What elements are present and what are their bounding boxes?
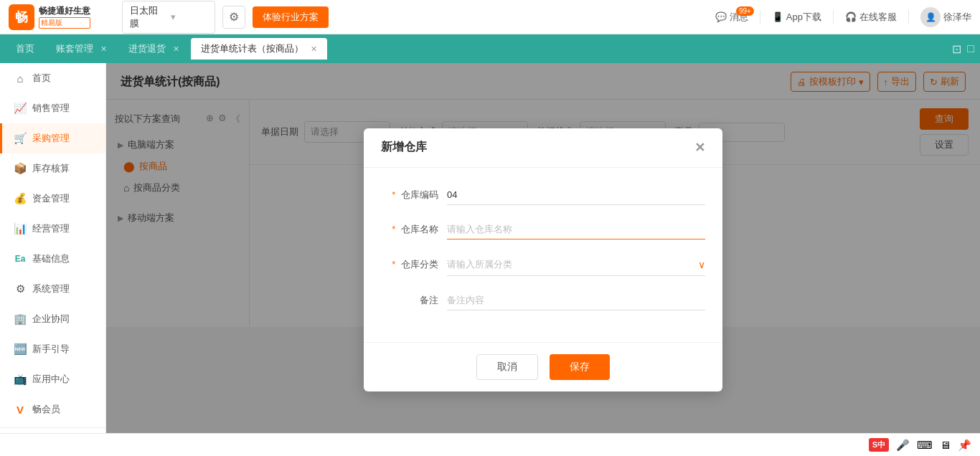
purchase-icon: 🛒	[14, 132, 27, 145]
modal-title: 新增仓库	[381, 140, 427, 155]
avatar: 👤	[920, 7, 941, 27]
phone-icon: 📱	[772, 11, 783, 22]
sidebar-item-sales[interactable]: 📈 销售管理	[0, 93, 105, 123]
message-button[interactable]: 💬 消息 99+	[715, 11, 748, 24]
status-bar-icons: S中 🎤 ⌨ 🖥 📌	[869, 438, 971, 452]
logo-icon: 畅	[9, 4, 34, 30]
tab-bar: 首页 账套管理 ✕ 进货退货 ✕ 进货单统计表（按商品） ✕ ⊡ □	[0, 34, 980, 63]
finance-icon: 💰	[14, 192, 27, 205]
tab-home[interactable]: 首页	[6, 38, 44, 60]
trial-button[interactable]: 体验行业方案	[253, 6, 329, 28]
modal-overlay: 新增仓库 ✕ * 仓库编码 *	[106, 63, 980, 456]
tab-close-purchase-stats[interactable]: ✕	[311, 44, 317, 54]
chevron-down-icon: ▾	[171, 11, 207, 22]
sidebar-item-appcenter[interactable]: 📺 应用中心	[0, 364, 105, 394]
basic-icon: Ea	[14, 252, 27, 265]
tab-purchase-stats[interactable]: 进货单统计表（按商品） ✕	[191, 38, 327, 60]
s-brand-icon: S中	[869, 438, 889, 452]
form-row-name: * 仓库名称	[381, 219, 705, 239]
cancel-button[interactable]: 取消	[476, 354, 538, 380]
operations-icon: 📊	[14, 222, 27, 235]
form-row-code: * 仓库编码	[381, 185, 705, 205]
warehouse-category-select[interactable]: 请输入所属分类 ∨	[447, 254, 705, 276]
account-tab-label: 账套管理	[56, 42, 93, 55]
sidebar-item-basic[interactable]: Ea 基础信息	[0, 244, 105, 274]
system-icon: ⚙	[14, 282, 27, 295]
store-selector[interactable]: 日太阳膜 ▾	[122, 1, 215, 34]
main-layout: ⌂ 首页 📈 销售管理 🛒 采购管理 📦 库存核算 💰 资金管理 📊 经营管理 …	[0, 63, 980, 456]
sidebar-item-vip[interactable]: V 畅会员	[0, 394, 105, 424]
sidebar-item-system[interactable]: ⚙ 系统管理	[0, 274, 105, 304]
keyboard-icon[interactable]: ⌨	[917, 439, 933, 452]
enterprise-icon: 🏢	[14, 313, 27, 326]
sales-icon: 📈	[14, 102, 27, 115]
status-bar: S中 🎤 ⌨ 🖥 📌	[0, 433, 980, 456]
header-right: 💬 消息 99+ 📱 App下载 🎧 在线客服 👤 徐泽华	[715, 7, 971, 27]
window-maximize-icon[interactable]: □	[967, 42, 974, 55]
add-warehouse-modal: 新增仓库 ✕ * 仓库编码 *	[364, 128, 722, 391]
online-service-button[interactable]: 🎧 在线客服	[845, 11, 897, 24]
user-profile-button[interactable]: 👤 徐泽华	[920, 7, 971, 27]
settings-button[interactable]: ⚙	[222, 6, 245, 29]
tab-close-purchase-return[interactable]: ✕	[173, 44, 179, 54]
sidebar-item-enterprise[interactable]: 🏢 企业协同	[0, 304, 105, 334]
sidebar: ⌂ 首页 📈 销售管理 🛒 采购管理 📦 库存核算 💰 资金管理 📊 经营管理 …	[0, 63, 106, 456]
headset-icon: 🎧	[845, 11, 857, 22]
save-button[interactable]: 保存	[550, 354, 610, 380]
tab-bar-actions: ⊡ □	[952, 42, 974, 56]
guide-icon: 🆕	[14, 343, 27, 356]
sidebar-item-guide[interactable]: 🆕 新手引导	[0, 334, 105, 364]
warehouse-code-input[interactable]	[447, 185, 705, 205]
app-download-button[interactable]: 📱 App下载	[772, 11, 821, 24]
sidebar-item-purchase[interactable]: 🛒 采购管理	[0, 123, 105, 153]
form-row-category: * 仓库分类 请输入所属分类 ∨	[381, 254, 705, 276]
logo-text: 畅捷通好生意 精易版	[39, 5, 90, 29]
form-row-note: 备注	[381, 290, 705, 310]
tab-account[interactable]: 账套管理 ✕	[46, 38, 117, 60]
warehouse-note-input[interactable]	[447, 290, 705, 310]
pin-icon[interactable]: 📌	[958, 439, 971, 452]
logo-area: 畅 畅捷通好生意 精易版	[9, 4, 115, 30]
window-restore-icon[interactable]: ⊡	[952, 42, 961, 56]
microphone-icon[interactable]: 🎤	[896, 439, 910, 452]
tab-purchase-return[interactable]: 进货退货 ✕	[118, 38, 189, 60]
appcenter-icon: 📺	[14, 373, 27, 386]
modal-footer: 取消 保存	[364, 342, 722, 391]
purchase-stats-tab-label: 进货单统计表（按商品）	[201, 42, 303, 55]
modal-close-button[interactable]: ✕	[694, 140, 705, 156]
vip-icon: V	[14, 403, 27, 416]
tab-close-account[interactable]: ✕	[100, 44, 107, 54]
modal-header: 新增仓库 ✕	[364, 128, 722, 168]
warehouse-name-input[interactable]	[447, 219, 705, 239]
sidebar-item-home[interactable]: ⌂ 首页	[0, 63, 105, 93]
purchase-return-tab-label: 进货退货	[128, 42, 166, 55]
home-icon: ⌂	[14, 72, 27, 85]
home-tab-label: 首页	[16, 42, 34, 55]
user-icon: 👤	[925, 12, 936, 22]
display-icon[interactable]: 🖥	[940, 439, 951, 451]
message-icon: 💬	[715, 11, 727, 22]
sidebar-item-operations[interactable]: 📊 经营管理	[0, 214, 105, 244]
modal-body: * 仓库编码 * 仓库名称	[364, 168, 722, 342]
category-chevron-icon: ∨	[698, 259, 705, 270]
sidebar-item-finance[interactable]: 💰 资金管理	[0, 184, 105, 214]
content-area: 进货单统计(按商品) 🖨 按模板打印 ▾ ↑ 导出 ↻ 刷新	[106, 63, 980, 456]
inventory-icon: 📦	[14, 162, 27, 175]
sidebar-item-inventory[interactable]: 📦 库存核算	[0, 153, 105, 184]
